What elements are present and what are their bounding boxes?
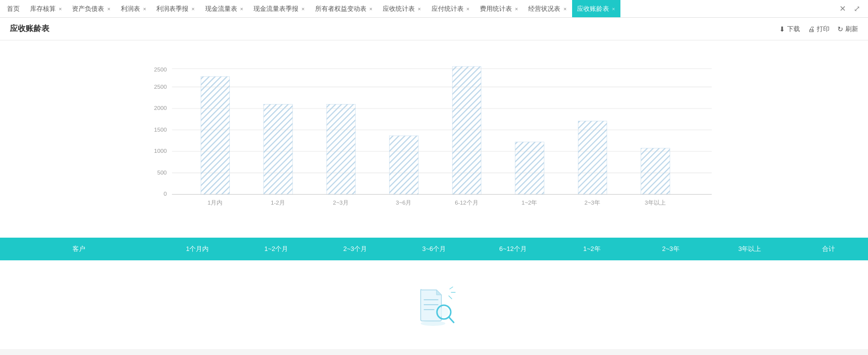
bar-3-6-month <box>390 136 418 194</box>
close-window-icon[interactable]: ✕ <box>837 3 848 14</box>
tab-label-cashflow-quarterly: 现金流量表季报 <box>253 4 298 13</box>
refresh-icon: ↻ <box>837 25 843 33</box>
tab-inventory[interactable]: 库存核算× <box>25 0 67 18</box>
y-label-1000: 1000 <box>154 147 167 154</box>
tab-label-expense: 费用统计表 <box>480 4 512 13</box>
print-button[interactable]: 🖨 打印 <box>808 25 830 34</box>
table-header-cell-8: 3年以上 <box>710 238 789 260</box>
tab-ar-aging[interactable]: 应收账龄表× <box>572 0 620 18</box>
tab-ar-stat[interactable]: 应收统计表× <box>378 0 426 18</box>
table-header-cell-2: 1~2个月 <box>237 238 316 260</box>
tab-expense[interactable]: 费用统计表× <box>475 0 523 18</box>
tab-close-cashflow-quarterly[interactable]: × <box>301 6 304 12</box>
y-label-2500b: 2500 <box>154 66 167 72</box>
tab-label-cashflow: 现金流量表 <box>205 4 237 13</box>
table-header-cell-3: 2~3个月 <box>316 238 395 260</box>
tab-label-ar-aging: 应收账龄表 <box>577 4 609 13</box>
x-label-1-2year: 1~2年 <box>521 199 537 206</box>
svg-line-8 <box>449 317 454 322</box>
tab-close-equity[interactable]: × <box>369 6 372 12</box>
table-header-cell-6: 1~2年 <box>552 238 631 260</box>
header-actions: ⬇ 下载 🖨 打印 ↻ 刷新 <box>779 25 858 34</box>
tab-label-balance: 资产负债表 <box>72 4 104 13</box>
tab-label-ap-stat: 应付统计表 <box>432 4 464 13</box>
tab-close-ar-aging[interactable]: × <box>612 6 615 12</box>
page-title: 应收账龄表 <box>10 24 49 34</box>
tab-bar: 首页库存核算×资产负债表×利润表×利润表季报×现金流量表×现金流量表季报×所有者… <box>0 0 868 18</box>
main-content: 0 500 1000 1500 2000 2500 2500 <box>0 40 868 349</box>
empty-icon <box>409 280 459 329</box>
tab-equity[interactable]: 所有者权益变动表× <box>310 0 378 18</box>
x-label-3plus-year: 3年以上 <box>645 199 666 206</box>
tab-close-profit-quarterly[interactable]: × <box>191 6 194 12</box>
maximize-window-icon[interactable]: ⤢ <box>852 3 862 14</box>
page-header: 应收账龄表 ⬇ 下载 🖨 打印 ↻ 刷新 <box>0 18 868 40</box>
tab-label-profit: 利润表 <box>121 4 140 13</box>
bar-1-2-year <box>515 142 544 194</box>
tab-close-expense[interactable]: × <box>515 6 518 12</box>
chart-area: 0 500 1000 1500 2000 2500 2500 <box>0 40 868 238</box>
bar-chart: 0 500 1000 1500 2000 2500 2500 <box>20 50 848 218</box>
tab-operation[interactable]: 经营状况表× <box>523 0 572 18</box>
table-header-cell-5: 6~12个月 <box>473 238 552 260</box>
empty-state <box>0 260 868 349</box>
tab-label-profit-quarterly: 利润表季报 <box>156 4 188 13</box>
download-icon: ⬇ <box>779 25 785 33</box>
tab-profit[interactable]: 利润表× <box>116 0 151 18</box>
tab-close-operation[interactable]: × <box>563 6 566 12</box>
refresh-button[interactable]: ↻ 刷新 <box>837 25 858 34</box>
table-header-cell-9: 合计 <box>789 238 868 260</box>
x-label-1month: 1月内 <box>208 199 223 206</box>
x-label-1-2month: 1-2月 <box>271 199 285 206</box>
download-button[interactable]: ⬇ 下载 <box>779 25 800 34</box>
svg-point-7 <box>439 307 449 317</box>
tab-label-equity: 所有者权益变动表 <box>315 4 366 13</box>
tab-cashflow-quarterly[interactable]: 现金流量表季报× <box>249 0 310 18</box>
tab-home[interactable]: 首页 <box>2 0 25 18</box>
table-header-cell-7: 2~3年 <box>631 238 710 260</box>
chart-svg-wrapper: 0 500 1000 1500 2000 2500 2500 <box>20 50 848 218</box>
tab-bar-actions: ✕ ⤢ <box>837 3 866 14</box>
tab-close-profit[interactable]: × <box>143 6 146 12</box>
table-header-cell-0: 客户 <box>0 238 158 260</box>
bar-1-2-month <box>264 104 292 194</box>
y-label-0: 0 <box>164 190 167 197</box>
y-label-2000: 2000 <box>154 105 167 111</box>
tab-close-cashflow[interactable]: × <box>240 6 243 12</box>
svg-point-2 <box>421 321 445 326</box>
table-header: 客户1个月内1~2个月2~3个月3~6个月6~12个月1~2年2~3年3年以上合… <box>0 238 868 260</box>
y-label-2500a: 2500 <box>154 83 167 90</box>
tab-cashflow[interactable]: 现金流量表× <box>200 0 249 18</box>
bar-3-plus-year <box>641 148 670 195</box>
bar-2-3-year <box>578 121 607 194</box>
bar-1-month <box>201 76 229 194</box>
table-header-cell-4: 3~6个月 <box>395 238 473 260</box>
tab-ap-stat[interactable]: 应付统计表× <box>427 0 475 18</box>
tab-profit-quarterly[interactable]: 利润表季报× <box>151 0 200 18</box>
tab-label-operation: 经营状况表 <box>528 4 560 13</box>
x-label-3-6month: 3~6月 <box>396 199 411 206</box>
y-label-500: 500 <box>157 169 167 176</box>
x-label-6-12month: 6-12个月 <box>455 199 478 206</box>
bar-2-3-month <box>326 104 355 194</box>
y-label-1500: 1500 <box>154 126 167 133</box>
table-header-cell-1: 1个月内 <box>158 238 237 260</box>
tab-label-ar-stat: 应收统计表 <box>383 4 415 13</box>
tab-close-ar-stat[interactable]: × <box>418 6 421 12</box>
tab-close-balance[interactable]: × <box>107 6 110 12</box>
svg-line-11 <box>449 296 452 299</box>
print-icon: 🖨 <box>808 25 815 33</box>
tab-close-ap-stat[interactable]: × <box>467 6 470 12</box>
bar-6-12-month <box>452 67 481 194</box>
tab-close-inventory[interactable]: × <box>59 6 62 12</box>
x-label-2-3year: 2~3年 <box>584 199 600 206</box>
tab-label-inventory: 库存核算 <box>30 4 56 13</box>
x-label-2-3month: 2~3月 <box>333 199 349 206</box>
tab-balance[interactable]: 资产负债表× <box>67 0 115 18</box>
svg-line-9 <box>450 287 453 289</box>
empty-illustration <box>409 280 459 329</box>
tab-label-home: 首页 <box>7 4 20 13</box>
